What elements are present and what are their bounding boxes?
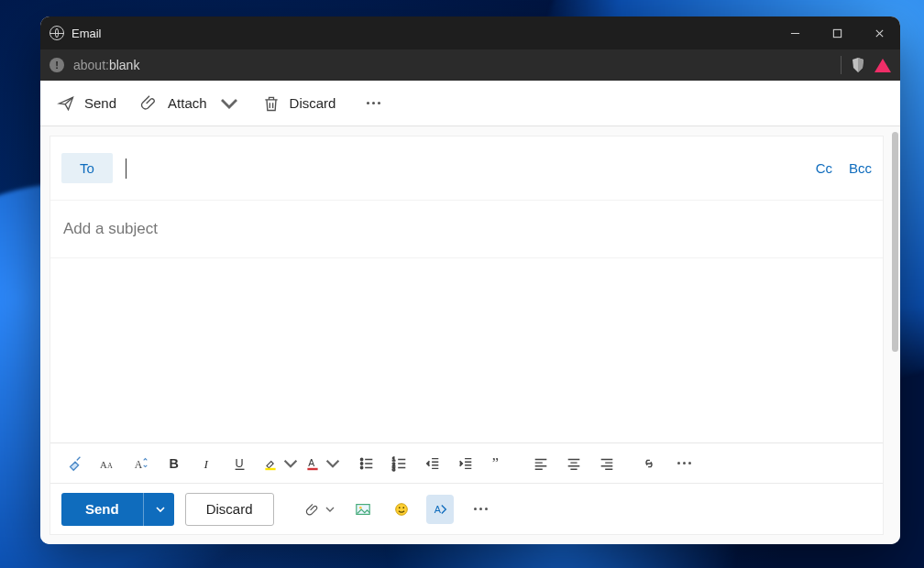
discard-button-bottom[interactable]: Discard: [185, 493, 274, 526]
increase-indent-button[interactable]: [450, 449, 481, 478]
close-button[interactable]: [858, 16, 900, 49]
window-title: Email: [72, 27, 102, 40]
attach-file-button[interactable]: [302, 502, 338, 517]
decrease-indent-button[interactable]: [417, 449, 448, 478]
site-info-icon[interactable]: !: [50, 58, 64, 72]
svg-text:I: I: [203, 457, 209, 471]
scrollbar[interactable]: [892, 132, 898, 352]
send-button[interactable]: Send: [48, 89, 126, 118]
subject-input[interactable]: [61, 219, 872, 239]
command-bar: Send Attach Discard: [40, 81, 900, 126]
paperclip-icon: [305, 502, 320, 517]
brave-shields-icon[interactable]: [851, 57, 865, 73]
send-primary-button[interactable]: Send: [61, 493, 143, 526]
address-bar[interactable]: ! about:blank: [40, 49, 900, 81]
app-window: Email ! about:blank: [40, 16, 900, 544]
svg-point-20: [395, 503, 407, 515]
to-button[interactable]: To: [61, 153, 113, 183]
trash-icon: [262, 94, 280, 113]
discard-button[interactable]: Discard: [253, 89, 346, 118]
underline-button[interactable]: U: [225, 449, 256, 478]
font-button[interactable]: AA: [93, 449, 124, 478]
chevron-down-icon: [220, 94, 238, 113]
svg-text:3: 3: [392, 466, 395, 472]
minimize-button[interactable]: [774, 16, 816, 49]
formatting-more-button[interactable]: [670, 454, 698, 472]
bulleted-list-button[interactable]: [351, 449, 382, 478]
maximize-button[interactable]: [816, 16, 858, 49]
svg-text:A: A: [100, 458, 107, 469]
subject-row: [50, 201, 883, 258]
svg-point-11: [360, 458, 362, 460]
format-painter-button[interactable]: [60, 449, 91, 478]
svg-point-21: [398, 507, 400, 508]
numbered-list-button[interactable]: 123: [384, 449, 415, 478]
chevron-down-icon: [325, 505, 335, 514]
align-right-button[interactable]: [591, 449, 622, 478]
toggle-formatting-button[interactable]: A: [426, 495, 454, 524]
send-split-button: Send: [61, 493, 174, 526]
svg-point-13: [360, 466, 362, 468]
insert-emoji-button[interactable]: [388, 495, 415, 524]
svg-rect-8: [265, 467, 275, 469]
paperclip-icon: [140, 94, 159, 113]
bold-button[interactable]: B: [159, 449, 190, 478]
send-options-button[interactable]: [143, 493, 174, 526]
svg-point-12: [360, 462, 362, 464]
font-size-button[interactable]: A: [126, 449, 157, 478]
attach-button[interactable]: Attach: [131, 89, 248, 118]
message-body[interactable]: [50, 258, 883, 442]
send-icon: [57, 94, 75, 113]
brave-rewards-icon[interactable]: [874, 59, 891, 72]
svg-point-19: [358, 506, 361, 508]
globe-icon: [50, 26, 64, 40]
highlight-color-button[interactable]: [258, 449, 298, 478]
more-options-button[interactable]: [359, 94, 388, 112]
svg-text:U: U: [236, 456, 244, 469]
svg-text:”: ”: [492, 455, 499, 472]
chevron-down-icon: [325, 455, 340, 472]
chevron-down-icon: [283, 455, 298, 472]
bcc-button[interactable]: Bcc: [849, 160, 872, 176]
svg-point-22: [402, 507, 404, 508]
cc-button[interactable]: Cc: [816, 160, 832, 176]
separator: [841, 56, 842, 74]
italic-button[interactable]: I: [192, 449, 223, 478]
formatting-toolbar: AA A B I U A: [50, 442, 883, 483]
compose-card: To Cc Bcc AA A: [50, 136, 884, 535]
action-more-button[interactable]: [467, 500, 495, 518]
font-color-button[interactable]: A: [300, 449, 340, 478]
insert-link-button[interactable]: [633, 449, 665, 478]
insert-picture-button[interactable]: [349, 495, 377, 524]
to-input[interactable]: [126, 158, 803, 179]
to-row: To Cc Bcc: [50, 137, 883, 201]
action-bar: Send Discard A: [50, 483, 883, 534]
title-bar: Email: [40, 16, 900, 49]
align-center-button[interactable]: [558, 449, 589, 478]
url-text: about:blank: [73, 58, 139, 72]
align-left-button[interactable]: [525, 449, 556, 478]
svg-rect-10: [307, 467, 317, 469]
svg-text:B: B: [170, 456, 179, 471]
quote-button[interactable]: ”: [483, 449, 514, 478]
svg-text:A: A: [135, 458, 143, 470]
svg-text:A: A: [308, 458, 314, 468]
svg-text:A: A: [107, 461, 113, 469]
compose-scroll-area: To Cc Bcc AA A: [40, 126, 900, 544]
svg-rect-0: [833, 29, 841, 37]
svg-text:A: A: [434, 503, 441, 514]
